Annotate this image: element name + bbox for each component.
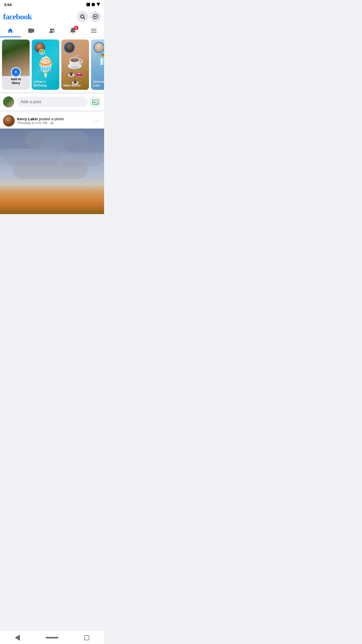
header-actions: [77, 11, 101, 22]
nate-avatar-ring: [64, 42, 75, 53]
dot-2: [43, 71, 44, 72]
friends-icon: [49, 27, 55, 34]
add-post-input[interactable]: Add a post: [17, 97, 87, 107]
tab-notifications[interactable]: 2: [62, 24, 83, 37]
separator: ·: [49, 121, 50, 125]
dot-4: [50, 71, 52, 72]
photo-icon: [92, 98, 99, 105]
post-header: Kerry Lakin posted a photo Thursday at 3…: [0, 112, 104, 129]
lillian-story-label: Lillian'sBirthday: [34, 80, 57, 87]
facebook-logo: facebook: [3, 12, 32, 21]
globe-icon: [50, 121, 54, 125]
video-icon: [28, 27, 34, 34]
plus-icon: +: [14, 69, 18, 75]
status-bar: 2:04: [0, 0, 104, 9]
joanna-avatar-ring: [94, 42, 104, 53]
story-add-label: Add toStory: [4, 77, 28, 85]
cloud-6: [13, 161, 88, 179]
tab-home[interactable]: [0, 24, 21, 37]
header: facebook: [0, 9, 104, 24]
story-joanna-card[interactable]: 🫙 JoannaLam: [91, 39, 104, 90]
coffee-icon: ☕: [67, 53, 84, 70]
svg-rect-2: [28, 29, 32, 32]
post-image: [0, 129, 104, 214]
nav-tabs: 2: [0, 24, 104, 37]
search-icon: [80, 14, 85, 19]
post-author-avatar-img: [3, 115, 15, 127]
svg-line-1: [83, 18, 85, 19]
tab-menu[interactable]: [83, 24, 104, 37]
post-action-text: posted a photo: [39, 117, 64, 121]
post-author-avatar[interactable]: [3, 115, 15, 127]
post-user-info: Kerry Lakin posted a photo Thursday at 3…: [3, 115, 64, 127]
battery-icon: [86, 3, 90, 6]
coffee-area: ☕ 👁️👄👁️: [67, 53, 84, 86]
birthday-badge: 🎂: [39, 49, 45, 55]
blue-drink-icon: 🫙: [97, 53, 104, 68]
tab-video[interactable]: [21, 24, 42, 37]
current-user-avatar: [3, 96, 14, 107]
sunset-glow: [0, 184, 104, 214]
story-decoration: [32, 69, 59, 73]
signal-triangle-icon: [97, 3, 100, 6]
post-more-button[interactable]: ···: [92, 116, 101, 125]
current-user-avatar-img: [3, 96, 14, 107]
svg-point-3: [50, 29, 52, 31]
notification-badge: 2: [74, 26, 78, 30]
home-icon: [7, 27, 14, 34]
story-add-button[interactable]: +: [11, 67, 21, 77]
nate-story-label: Nate Butler: [63, 84, 87, 87]
joanna-story-label: JoannaLam: [93, 80, 104, 87]
dot-3: [47, 71, 48, 72]
story-add-card[interactable]: + Add toStory: [2, 39, 30, 90]
status-time: 2:04: [4, 3, 12, 7]
post-author-name-text: Kerry Lakin: [17, 117, 38, 121]
dot-1: [39, 71, 41, 72]
messenger-button[interactable]: [90, 11, 101, 22]
nate-avatar: [65, 43, 74, 52]
blue-drink-area: 🫙: [97, 53, 104, 68]
story-lillian-card[interactable]: 🎂 🧁 🕯️ Lillian'sBirthday: [32, 39, 59, 90]
cloud-3: [64, 139, 104, 152]
post-section: Kerry Lakin posted a photo Thursday at 3…: [0, 112, 104, 214]
stories-section: + Add toStory 🎂 🧁 🕯️ Lillian'sBirthday: [0, 37, 104, 92]
messenger-icon: [93, 14, 98, 19]
svg-point-4: [53, 29, 54, 30]
search-button[interactable]: [77, 11, 88, 22]
add-photo-button[interactable]: [90, 96, 101, 107]
cupcake-area: 🧁 🕯️: [36, 55, 55, 78]
post-timestamp: Thursday at 3:02 PM ·: [17, 121, 64, 125]
post-time-text: Thursday at 3:02 PM: [17, 121, 48, 125]
story-nate-card[interactable]: ☕ 👁️👄👁️ Nate Butler: [61, 39, 89, 90]
joanna-avatar: [94, 43, 104, 52]
menu-icon: [90, 27, 97, 34]
status-icons: [86, 3, 100, 6]
post-author-name[interactable]: Kerry Lakin posted a photo: [17, 117, 64, 121]
more-dots-icon: ···: [94, 118, 99, 124]
add-post-placeholder: Add a post: [21, 99, 41, 104]
signal-circle-icon: [92, 3, 95, 6]
cake-icon: 🎂: [40, 50, 44, 54]
tab-friends[interactable]: [42, 24, 63, 37]
post-meta: Kerry Lakin posted a photo Thursday at 3…: [17, 117, 64, 125]
add-post-section: Add a post: [0, 94, 104, 110]
